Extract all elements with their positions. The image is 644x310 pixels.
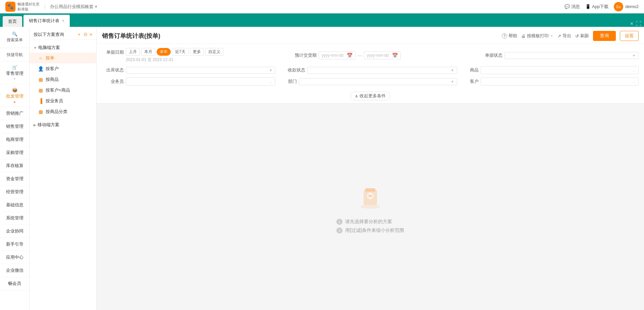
delivery-date-end-input[interactable]: yyyy-mm-dd 📅 [364, 51, 401, 59]
sidebar-item-basic-label: 基础信息 [6, 202, 23, 208]
user-area[interactable]: Ea demo2 [614, 2, 639, 11]
customer-group: 客户 ... [457, 78, 639, 89]
scheme-item-by-category[interactable]: ▦ 按商品分类 [30, 106, 96, 117]
delivery-date-start-input[interactable]: yyyy-mm-dd 📅 [319, 51, 356, 59]
sidebar-item-basic[interactable]: 基础信息 [0, 199, 29, 212]
date-btn-last-month[interactable]: 上月 [126, 48, 140, 56]
sidebar-item-cooperation-label: 企业协同 [6, 228, 23, 234]
tab-home[interactable]: 首页 [3, 16, 22, 27]
template-print-button[interactable]: 🖨 按模板打印 ▼ [521, 33, 553, 39]
order-status-select[interactable]: ▼ [504, 52, 639, 59]
collapse-label: 收起更多条件 [360, 93, 386, 99]
receipt-status-arrow-icon: ▼ [451, 68, 454, 72]
date-btn-7days[interactable]: 近7天 [172, 48, 189, 56]
tab-sales-order-stats[interactable]: 销售订单统计表 × [23, 15, 70, 27]
scheme-item-by-customer[interactable]: 👤 按客户 [30, 63, 96, 74]
scheme-item-by-product[interactable]: ▦ 按商品 [30, 74, 96, 85]
sidebar-item-wholesale[interactable]: 📦 批发管理 ▲ [0, 84, 29, 107]
sidebar-item-wechat[interactable]: 企业微信 [0, 264, 29, 277]
date-btn-more[interactable]: 更多 [190, 48, 204, 56]
order-status-group: 单据状态 ▼ [481, 52, 639, 62]
sidebar-item-operation[interactable]: 经营管理 [0, 186, 29, 199]
date-range-display: 2023-01-01 至 2023-12-31 [126, 57, 223, 63]
customer-label: 客户 [465, 79, 479, 85]
tabbar: 首页 销售订单统计表 × × ⛶ [0, 13, 644, 27]
message-label: 消息 [571, 4, 580, 10]
sidebar-item-member[interactable]: 畅会员 [0, 277, 29, 290]
message-action[interactable]: 💬 消息 [565, 4, 580, 10]
receipt-status-group: 收款状态 ▼ [275, 67, 457, 77]
sidebar-item-wholesale-label: 批发管理 [6, 93, 23, 99]
collapse-panel-button[interactable]: « [90, 32, 92, 38]
retail-icon: 🛒 [12, 65, 17, 70]
search-menu-label: 搜索菜单 [7, 37, 23, 43]
window-expand-icon[interactable]: ⛶ [636, 21, 641, 27]
logo-icon: 🐾 [5, 2, 15, 12]
sidebar-item-appstore-label: 应用中心 [6, 254, 23, 260]
tab-active-label: 销售订单统计表 [29, 18, 59, 24]
ship-status-label: 出库状态 [102, 67, 124, 73]
scheme-item-by-salesman[interactable]: ▐ 按业务员 [30, 96, 96, 106]
quick-nav-section[interactable]: 快捷导航 [0, 48, 29, 61]
department-select[interactable]: ▼ [299, 78, 457, 85]
breadcrumb-arrow-icon[interactable]: ▾ [95, 4, 97, 9]
username-label: demo2 [625, 4, 639, 9]
sidebar-item-inventory[interactable]: 库存核算 [0, 159, 29, 172]
scheme-item-by-cust-prod[interactable]: ▦ 按客户+商品 [30, 85, 96, 96]
search-button[interactable]: 查询 [593, 31, 616, 41]
filter-row-2: 出库状态 ▼ 收款状态 ▼ 商品 [102, 66, 639, 78]
sidebar-item-retail[interactable]: 🛒 零售管理 ▼ [0, 61, 29, 84]
sidebar-item-sales[interactable]: 销售管理 [0, 120, 29, 133]
mobile-schemes-header[interactable]: ▶ 移动端方案 [30, 120, 96, 130]
tab-close-icon[interactable]: × [62, 18, 64, 23]
refresh-icon: ↺ [575, 34, 579, 39]
left-panel: 按以下方案查询 ＋ ⊙ « ▼ 电脑端方案 ○ 按单 👤 [30, 27, 97, 310]
by-category-icon: ▦ [38, 109, 44, 114]
sidebar-item-cooperation[interactable]: 企业协同 [0, 225, 29, 238]
scheme-item-by-order[interactable]: ○ 按单 [30, 53, 96, 63]
department-group: 部门 ▼ [275, 78, 457, 89]
collapse-button[interactable]: ∧ 收起更多条件 [351, 92, 390, 100]
receipt-status-select[interactable]: ▼ [307, 67, 457, 74]
sidebar-item-system[interactable]: 系统管理 [0, 212, 29, 225]
add-scheme-button[interactable]: ＋ [77, 32, 82, 38]
by-order-icon: ○ [38, 55, 44, 61]
sidebar-item-marketing[interactable]: 营销推广 [0, 107, 29, 120]
salesman-input[interactable]: ... [126, 78, 275, 86]
product-input[interactable]: ... [481, 66, 639, 74]
sidebar-item-inventory-label: 库存核算 [6, 163, 23, 169]
left-panel-header: 按以下方案查询 ＋ ⊙ « [30, 30, 96, 40]
logo-area: 🐾 畅捷通好生意 标准版 [5, 2, 40, 12]
export-button[interactable]: ↗ 导出 [557, 33, 571, 39]
app-download-label: App下载 [592, 4, 608, 10]
mobile-schemes-group: ▶ 移动端方案 [30, 118, 96, 131]
date-btn-this-month[interactable]: 本月 [141, 48, 155, 56]
settings-button[interactable]: 设置 [620, 31, 639, 41]
sidebar-item-appstore[interactable]: 应用中心 [0, 251, 29, 264]
sidebar-item-newbie[interactable]: 新手引导 [0, 238, 29, 251]
help-button[interactable]: ? 帮助 [502, 33, 517, 39]
wholesale-expand-icon: ▲ [13, 100, 16, 103]
ship-status-select[interactable]: ▼ [126, 67, 275, 74]
delivery-end-calendar-icon[interactable]: 📅 [392, 53, 398, 58]
window-close-icon[interactable]: × [630, 21, 633, 27]
date-btn-this-year[interactable]: 本年 [157, 48, 171, 56]
export-icon: ↗ [557, 34, 561, 39]
breadcrumb[interactable]: 办公用品行业模拟账套 ▾ [50, 4, 97, 10]
empty-illustration [354, 180, 387, 213]
pc-schemes-header[interactable]: ▼ 电脑端方案 [30, 43, 96, 53]
customer-input[interactable]: ... [481, 78, 639, 86]
search-menu-button[interactable]: 🔍 搜索菜单 [3, 30, 26, 45]
sidebar-item-finance[interactable]: 资金管理 [0, 172, 29, 186]
sidebar-item-purchase[interactable]: 采购管理 [0, 146, 29, 159]
page-header: 销售订单统计表(按单) ? 帮助 🖨 按模板打印 ▼ ↗ 导出 [97, 27, 644, 44]
date-btn-custom[interactable]: 自定义 [205, 48, 223, 56]
refresh-button[interactable]: ↺ 刷新 [575, 33, 589, 39]
sidebar-item-ecommerce[interactable]: 电商管理 [0, 133, 29, 146]
sidebar-item-operation-label: 经营管理 [6, 189, 23, 195]
retail-expand-icon: ▼ [13, 77, 16, 81]
app-download-action[interactable]: 📱 App下载 [585, 4, 608, 10]
delivery-start-calendar-icon[interactable]: 📅 [347, 53, 353, 58]
scheme-settings-button[interactable]: ⊙ [84, 32, 88, 38]
by-customer-icon: 👤 [38, 66, 44, 71]
